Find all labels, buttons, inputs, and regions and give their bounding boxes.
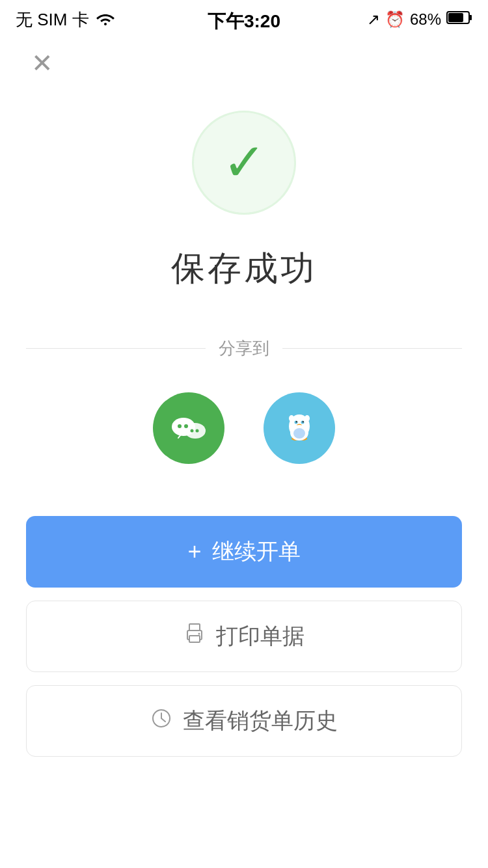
print-label: 打印单据 [216,621,305,651]
wifi-icon [96,10,115,30]
clock-icon [150,707,172,735]
continue-label: 继续开单 [212,537,301,567]
print-button[interactable]: 打印单据 [26,601,462,672]
status-right: ↗ ⏰ 68% [367,10,472,29]
svg-point-5 [178,424,182,428]
status-time: 下午3:20 [208,9,280,34]
history-button[interactable]: 查看销货单历史 [26,685,462,757]
share-divider: 分享到 [26,337,462,360]
svg-point-7 [190,429,193,432]
qq-icon [279,408,319,448]
svg-point-19 [293,428,305,439]
share-icons-row [153,392,335,464]
svg-point-4 [185,423,206,439]
qq-share-button[interactable] [264,392,335,464]
continue-button[interactable]: + 继续开单 [26,516,462,588]
divider-line-left [26,348,206,349]
history-label: 查看销货单历史 [183,706,338,736]
status-left: 无 SIM 卡 [16,8,115,31]
no-sim-text: 无 SIM 卡 [16,8,89,31]
alarm-icon: ⏰ [385,10,405,29]
print-icon [183,623,206,650]
location-icon: ↗ [367,10,380,29]
action-buttons: + 继续开单 打印单据 查看销货单 [26,516,462,757]
svg-point-25 [198,633,200,635]
svg-rect-2 [448,13,463,22]
wechat-share-button[interactable] [153,392,224,464]
svg-rect-23 [189,624,200,631]
svg-rect-1 [469,15,472,20]
svg-point-8 [195,429,198,432]
divider-line-right [282,348,462,349]
svg-rect-24 [189,636,200,642]
battery-text: 68% [410,10,441,29]
main-content: ✓ 保存成功 分享到 [0,39,488,757]
close-button[interactable]: ✕ [26,47,59,79]
share-label: 分享到 [219,337,269,360]
plus-icon: + [187,538,201,565]
svg-point-14 [303,421,304,422]
svg-point-13 [296,421,297,422]
battery-icon [446,10,472,29]
svg-point-20 [289,415,294,422]
wechat-icon [168,407,210,450]
success-title: 保存成功 [171,246,317,292]
svg-point-21 [305,415,310,422]
svg-point-6 [184,424,188,428]
status-bar: 无 SIM 卡 下午3:20 ↗ ⏰ 68% [0,0,488,39]
close-icon: ✕ [31,50,53,76]
success-icon-circle: ✓ [192,111,296,215]
checkmark-icon: ✓ [223,137,266,189]
